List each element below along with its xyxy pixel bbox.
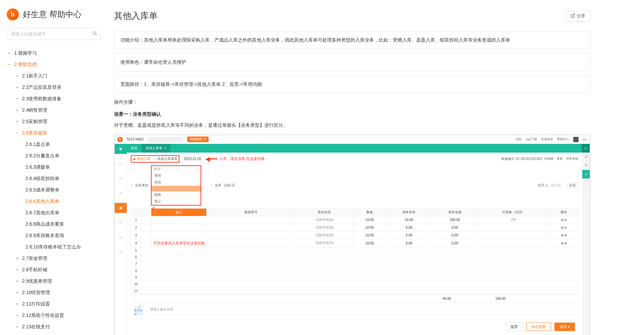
nav-item-docs[interactable]: −2.帮助文档: [7, 59, 101, 70]
table-row: 1个(1个=1个)10.0010.00100.007个⊕ ⊖: [131, 216, 578, 224]
nav-item-2-9[interactable]: +2.9优惠券管理: [7, 275, 101, 287]
nav-item-video[interactable]: +1.视频学习: [7, 47, 101, 59]
tool-icon: ✎: [582, 161, 590, 170]
arrow-left-icon: ◀━━: [205, 156, 217, 162]
tool-icon: ⇄: [582, 153, 590, 161]
plus-icon: +: [15, 119, 19, 124]
ss-tenant: TEST-H002: [126, 137, 144, 141]
ss-trial-button: 我要购买-下: [187, 136, 209, 142]
nav-item-2-6-5[interactable]: 2.6.5成本调整单: [7, 184, 101, 196]
nav-item-2-6[interactable]: −2.6库存核算: [7, 127, 101, 138]
nav-item-2-4[interactable]: +2.4销售管理: [7, 104, 101, 116]
nav-item-2-6-2[interactable]: 2.6.2分量盘点单: [7, 150, 101, 161]
plus-icon: +: [7, 51, 11, 55]
path-text: 1、库存核算->库存管理->其他入库单 2、首页->常用功能: [144, 81, 262, 87]
close-icon: ×: [164, 146, 166, 150]
ss-setting-button: 设置: [567, 182, 578, 188]
ss-logo-icon: b: [117, 137, 123, 142]
plus-icon: +: [15, 290, 19, 295]
intro-text: 其他入库单用来处理除采购入库、产成品入库之外的其他入库业务，因此其他入库单可处理…: [144, 37, 510, 43]
ss-th: 成本金额: [432, 208, 478, 216]
nav-item-2-1[interactable]: +2.1新手入门: [7, 70, 101, 81]
plus-icon: +: [15, 73, 19, 78]
nav-item-2-6-1[interactable]: 2.6.1盘点单: [7, 138, 101, 150]
ss-annotation-box: ◉ 其他入库 ○ 其他入库退库: [131, 155, 179, 163]
ss-dd-option: 其他: [152, 179, 201, 186]
plus-icon: +: [15, 108, 19, 112]
nav-item-2-6-10[interactable]: 2.6.10库存账本错了怎么办: [7, 241, 101, 253]
site-logo-row: b 好生意 帮助中心: [7, 8, 101, 20]
search-box: [7, 28, 101, 40]
ss-nav-icon: ▭: [115, 159, 127, 169]
ss-table: 量入 规格型号 库存信息 数量 成本单价 成本金额 可用量（估算） 操作 1个(…: [131, 208, 578, 294]
nav-item-2-5[interactable]: +2.5采购管理: [7, 116, 101, 127]
ss-biztype-label: 业务类型: [135, 183, 148, 188]
nav-item-2-12[interactable]: +2.12系统个性化设置: [7, 310, 101, 321]
ss-th: 操作: [549, 208, 578, 216]
ss-tool-more: 更多: [557, 157, 563, 161]
nav-item-2-6-6[interactable]: 2.6.6其他入库单: [7, 196, 101, 207]
nav-item-2-6-4[interactable]: 2.6.4组装拆卸单: [7, 173, 101, 184]
ss-side-tools: ⇄ ✎ ⤢: [582, 153, 590, 335]
ss-annotation-text2: 不同业务的入库类型在这里切换: [153, 241, 205, 245]
ss-totals-row: 40.00 100.00: [131, 294, 578, 302]
path-box: 页面路径：1、库存核算->库存管理->其他入库单 2、首页->常用功能: [114, 75, 590, 94]
main-content: 其他入库单 分享 功能介绍：其他入库单用来处理除采购入库、产成品入库之外的其他入…: [107, 0, 610, 335]
nav-item-2-10[interactable]: +2.10经营管理: [7, 287, 101, 298]
ss-nav-icon: ▭: [115, 232, 127, 242]
nav-item-2-13[interactable]: +2.13在线支付: [7, 321, 101, 332]
ss-maker-value: 请选择: [551, 183, 561, 188]
nav-item-2-3[interactable]: +2.3使用前数据准备: [7, 93, 101, 104]
share-button[interactable]: 分享: [566, 11, 590, 21]
ss-app-link: App下载: [526, 137, 537, 142]
table-row: 6: [131, 254, 578, 261]
ss-gen-link: 生成首页: [541, 137, 553, 142]
nav-item-2-14[interactable]: +2.14常见问题: [7, 332, 101, 335]
nav-item-2-6-3[interactable]: 2.6.3调拨单: [7, 161, 101, 173]
ss-radio-return: ○ 其他入库退库: [154, 157, 177, 161]
nav-item-2-11[interactable]: +2.11打印设置: [7, 298, 101, 310]
nav-item-2-6-8[interactable]: 2.6.8商品成本重算: [7, 218, 101, 230]
ss-tab-home: 首页: [127, 144, 142, 153]
table-row: 5: [131, 247, 578, 254]
ss-save-button: 保存 ▾: [554, 323, 575, 331]
plus-icon: +: [15, 279, 19, 283]
nav-item-2-8[interactable]: +2.8手机旺铺: [7, 264, 101, 275]
ss-tab-current: 其他入库单×: [142, 144, 170, 153]
ss-doc-no: 单据编号 JC-20191226-001: [501, 157, 542, 161]
ss-dd-option: 收购: [152, 191, 201, 198]
ss-username: CC: [583, 138, 587, 141]
ss-nav-icon: ▭: [115, 247, 127, 257]
ss-msg-link: 消息: [516, 137, 522, 142]
ss-top-right: 消息 App下载 生成首页 帮助中心 CC: [516, 137, 587, 142]
sidebar: b 好生意 帮助中心 +1.视频学习 −2.帮助文档 +2.1新手入门 +2.2…: [0, 0, 107, 335]
ss-date-field: 2019-12-26: [181, 156, 203, 161]
ss-th: 规格型号: [207, 208, 296, 216]
tool-icon: ⤢: [582, 170, 590, 179]
ss-annotation-text: 入库、退货业务 在这里切换: [219, 156, 265, 161]
remark-icon: 📝备注信息: [134, 306, 144, 316]
ss-footer: 放弃 保存参数 保存 ▾: [131, 319, 578, 334]
table-row: 7: [131, 261, 578, 267]
ss-dd-option: 受让: [152, 198, 201, 205]
ss-nav-icon: ▭: [115, 188, 127, 198]
nav-item-2-7[interactable]: +2.7资金管理: [7, 253, 101, 264]
ss-nav-icon: ▭: [115, 173, 127, 183]
ss-th: 数量: [353, 208, 386, 216]
share-icon: [571, 13, 575, 19]
ss-th-tag: 量入: [151, 208, 207, 216]
scene1-text: 对于受赠、盘盈或是拆装入库等不同的业务，是通过单据头【业务类型】进行区分。: [114, 121, 590, 130]
ss-nav-icon: ▭: [115, 218, 127, 228]
scene1-title: 场景一：业务类型确认: [114, 111, 590, 117]
ss-th: 成本单价: [386, 208, 432, 216]
embedded-screenshot: b TEST-H002 我要购买-下 消息 App下载 生成首页 帮助中心 CC…: [114, 134, 590, 335]
nav-item-2-6-7[interactable]: 2.6.7其他出库单: [7, 207, 101, 218]
ss-th: 可用量（估算）: [478, 208, 549, 216]
intro-label: 功能介绍：: [120, 37, 144, 43]
ss-save-add-button: 保存参数: [526, 323, 551, 331]
ss-nav-active-icon: ▣: [115, 203, 127, 213]
nav-item-2-2[interactable]: +2.2产品安装及登录: [7, 81, 101, 93]
search-input[interactable]: [7, 28, 101, 40]
ss-total-amt: 100.00: [487, 297, 514, 300]
nav-item-2-6-9[interactable]: 2.6.9库存账本查询: [7, 230, 101, 241]
